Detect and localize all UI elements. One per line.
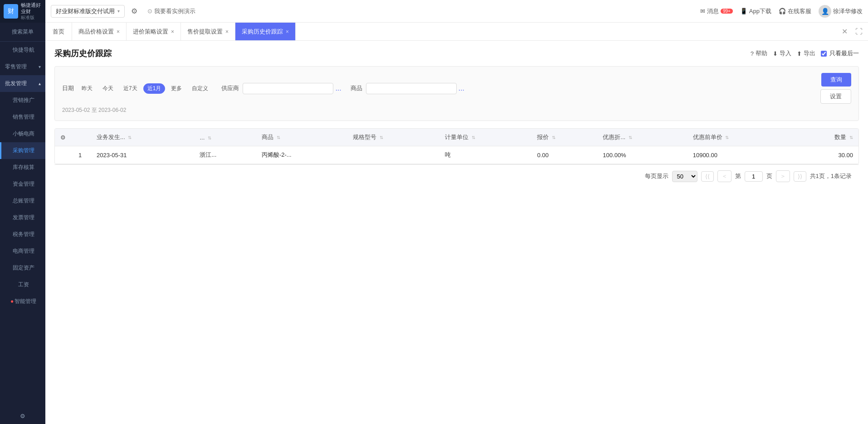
sidebar-item-marketing[interactable]: 营销推广: [0, 92, 45, 109]
tab-price-close[interactable]: ×: [117, 29, 120, 35]
sort-icon-goods: ⇅: [277, 135, 280, 140]
page-input[interactable]: [745, 171, 763, 182]
settings-icon-button[interactable]: ⚙: [129, 5, 139, 17]
tab-bar-end: ✕ ⛶: [835, 26, 868, 37]
sidebar-item-sales[interactable]: 销售管理: [0, 109, 45, 125]
table-row: 1 2023-05-31 浙江... 丙烯酸-2-... 吨 0.00 100.…: [55, 146, 858, 164]
date-btn-last1m[interactable]: 近1月: [143, 83, 166, 94]
tab-sale-extract[interactable]: 售价提取设置 ×: [181, 23, 235, 40]
tab-expand-button[interactable]: ⛶: [853, 26, 864, 37]
online-service-button[interactable]: 🎧 在线客服: [779, 7, 811, 15]
supplier-input[interactable]: [243, 83, 333, 94]
tab-close-all-button[interactable]: ✕: [839, 26, 850, 37]
only-last-checkbox[interactable]: [821, 51, 827, 57]
row-unit-cell: 吨: [439, 146, 532, 164]
tab-sale-extract-close[interactable]: ×: [225, 29, 229, 35]
table-col-biz-date[interactable]: 业务发生... ⇅: [91, 129, 194, 146]
table-col-discount[interactable]: 优惠折... ⇅: [597, 129, 687, 146]
data-table-wrap: ⚙ 业务发生... ⇅ ... ⇅ 商品 ⇅: [54, 128, 859, 164]
message-button[interactable]: ✉ 消息 99+: [700, 7, 733, 15]
supplier-filter-label: 供应商: [221, 84, 239, 92]
date-btn-today[interactable]: 今天: [98, 83, 117, 94]
app-download-button[interactable]: 📱 App下载: [740, 7, 771, 15]
date-btn-custom[interactable]: 自定义: [188, 83, 212, 94]
tab-history-price[interactable]: 采购历史价跟踪 ×: [235, 23, 296, 40]
sidebar-item-tax[interactable]: 税务管理: [0, 226, 45, 243]
sidebar-item-quick-nav[interactable]: 快捷导航: [0, 42, 45, 58]
row-spec-cell: [347, 146, 439, 164]
supplier-dots[interactable]: ...: [335, 84, 341, 92]
supplier-filter-group: 供应商 ...: [221, 83, 341, 94]
row-qty-cell: 30.00: [793, 146, 858, 164]
sidebar-item-smart[interactable]: ●智能管理: [0, 293, 45, 310]
tab-history-price-close[interactable]: ×: [286, 29, 289, 35]
search-menu-button[interactable]: 搜索菜单: [4, 26, 42, 38]
goods-input[interactable]: [366, 83, 457, 94]
tab-home[interactable]: 首页: [45, 23, 72, 40]
sidebar-item-purchase[interactable]: 采购管理: [0, 142, 45, 159]
page-size-select[interactable]: 50 10 20 100: [672, 171, 697, 182]
sidebar-item-retail-label: 零售管理: [5, 63, 27, 71]
avatar: 👤: [819, 5, 831, 18]
import-icon: ⬇: [773, 50, 778, 57]
sidebar-item-invoice[interactable]: 发票管理: [0, 209, 45, 226]
date-btn-yesterday[interactable]: 昨天: [78, 83, 97, 94]
sidebar-item-inventory[interactable]: 库存核算: [0, 159, 45, 176]
table-col-more[interactable]: ... ⇅: [194, 129, 256, 146]
filter-settings-button[interactable]: 设置: [820, 89, 851, 104]
page-first-button[interactable]: ⟨⟨: [701, 171, 714, 182]
page-prev-button[interactable]: ＜: [717, 170, 731, 182]
page-next-button[interactable]: ＞: [776, 170, 790, 182]
chevron-right-icon: ▾: [39, 64, 41, 69]
smart-dot: ●: [10, 298, 14, 304]
sidebar-item-finance[interactable]: 资金管理: [0, 176, 45, 193]
pagination-row: 每页显示 50 10 20 100 ⟨⟨ ＜ 第 页 ＞ ⟩⟩ 共1页，1条记录: [54, 164, 859, 188]
gear-icon: ⚙: [60, 134, 66, 141]
sidebar-settings-button[interactable]: ⚙: [0, 408, 45, 424]
help-button[interactable]: ? 帮助: [751, 49, 767, 58]
page-last-button[interactable]: ⟩⟩: [794, 171, 806, 182]
sidebar-search[interactable]: 搜索菜单: [0, 23, 45, 42]
app-logo: 财 畅捷通好业财 标准版: [0, 0, 45, 23]
sidebar-item-ledger[interactable]: 总账管理: [0, 193, 45, 209]
goods-dots[interactable]: ...: [458, 84, 464, 92]
top-header: 好业财标准版交付试用 ▾ ⚙ 我要看实例演示 ✉ 消息 99+ 📱 App下载 …: [45, 0, 868, 23]
export-icon: ⬆: [797, 50, 802, 57]
tab-purchase-strategy-close[interactable]: ×: [171, 29, 174, 35]
sidebar-item-retail[interactable]: 零售管理 ▾: [0, 58, 45, 75]
sidebar-item-ecommerce-small[interactable]: 小畅电商: [0, 125, 45, 142]
filter-row: 日期 昨天 今天 近7天 近1月 更多 自定义 供应商: [62, 73, 851, 104]
date-btn-more[interactable]: 更多: [167, 83, 186, 94]
demo-link[interactable]: 我要看实例演示: [147, 7, 195, 15]
filter-area: 日期 昨天 今天 近7天 近1月 更多 自定义 供应商: [54, 66, 859, 121]
message-icon: ✉: [700, 8, 705, 14]
table-col-quote[interactable]: 报价 ⇅: [532, 129, 597, 146]
import-button[interactable]: ⬇ 导入: [773, 49, 791, 58]
message-badge: 99+: [721, 9, 733, 14]
export-button[interactable]: ⬆ 导出: [797, 49, 815, 58]
query-button[interactable]: 查询: [821, 73, 851, 87]
row-goods-cell: 丙烯酸-2-...: [256, 146, 347, 164]
sidebar-item-wholesale[interactable]: 批发管理 ▴: [0, 75, 45, 92]
table-col-pre-discount-price[interactable]: 优惠前单价 ⇅: [688, 129, 793, 146]
sidebar-item-salary[interactable]: 工资: [0, 276, 45, 293]
tab-purchase-strategy[interactable]: 进价策略设置 ×: [127, 23, 181, 40]
table-col-spec[interactable]: 规格型号 ⇅: [347, 129, 439, 146]
chevron-up-icon: ▴: [39, 81, 41, 86]
page-label-prefix: 第: [735, 172, 741, 180]
user-button[interactable]: 👤 徐泽华修改: [819, 5, 863, 18]
table-col-unit[interactable]: 计量单位 ⇅: [439, 129, 532, 146]
tab-price[interactable]: 商品价格设置 ×: [72, 23, 127, 40]
sidebar-item-wholesale-label: 批发管理: [5, 80, 27, 87]
sidebar-item-fixed-assets[interactable]: 固定资产: [0, 260, 45, 276]
sort-icon-qty: ⇅: [849, 135, 853, 140]
table-body: 1 2023-05-31 浙江... 丙烯酸-2-... 吨 0.00 100.…: [55, 146, 858, 164]
row-pre-discount-price-cell: 10900.00: [688, 146, 793, 164]
sidebar-item-ecommerce[interactable]: 电商管理: [0, 243, 45, 260]
version-selector[interactable]: 好业财标准版交付试用 ▾: [51, 5, 125, 18]
help-icon: ?: [751, 50, 754, 57]
table-col-goods[interactable]: 商品 ⇅: [256, 129, 347, 146]
table-col-gear[interactable]: ⚙: [55, 129, 73, 146]
table-col-qty[interactable]: 数量 ⇅: [793, 129, 858, 146]
date-btn-last7[interactable]: 近7天: [119, 83, 141, 94]
